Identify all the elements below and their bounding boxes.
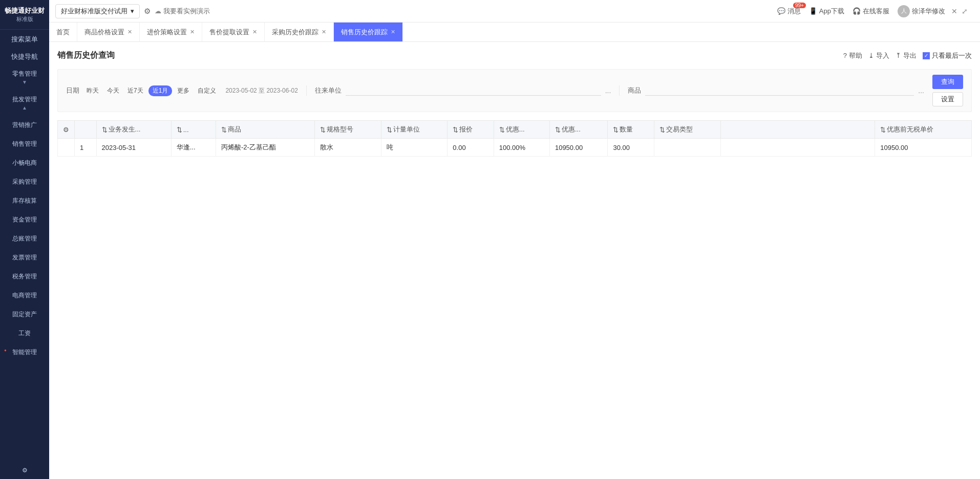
sidebar-item-smart[interactable]: 智能管理	[0, 343, 49, 362]
sidebar-item-tax[interactable]: 税务管理	[0, 267, 49, 286]
gear-icon: ⚙	[22, 467, 28, 474]
sidebar-item-label-ecommerce-small: 小畅电商	[12, 159, 37, 167]
client-dots[interactable]: ...	[605, 86, 611, 95]
date-btn-more[interactable]: 更多	[174, 85, 193, 96]
sidebar-item-sales[interactable]: 销售管理	[0, 135, 49, 154]
company-name: 好业财标准版交付试用	[61, 7, 127, 16]
th-product[interactable]: ⇅ 商品	[216, 121, 314, 139]
th-price[interactable]: ⇅ 报价	[448, 121, 494, 139]
sidebar-item-salary[interactable]: 工资	[0, 324, 49, 343]
th-quantity[interactable]: ⇅ 数量	[608, 121, 654, 139]
sidebar-item-finance[interactable]: 资金管理	[0, 210, 49, 229]
th-discount-rate[interactable]: ⇅ 优惠...	[494, 121, 549, 139]
sidebar-item-ecommerce-small[interactable]: 小畅电商	[0, 154, 49, 172]
th-pretax-price[interactable]: ⇅ 优惠前无税单价	[875, 121, 972, 139]
date-buttons: 昨天 今天 近7天 近1月 更多 自定义	[83, 85, 219, 96]
th-more-col-label: ...	[183, 126, 189, 134]
tab-price-extract[interactable]: 售价提取设置 ✕	[202, 23, 265, 42]
maximize-icon[interactable]: ⤢	[962, 7, 968, 15]
sidebar-settings[interactable]: ⚙	[0, 462, 49, 479]
topbar-gear-icon[interactable]: ⚙	[144, 7, 151, 16]
sidebar-item-label-ecommerce: 电商管理	[12, 291, 37, 300]
tab-label-price-extract: 售价提取设置	[209, 28, 249, 37]
only-last-checkbox[interactable]: 只看最后一次	[923, 51, 972, 60]
th-product-label: 商品	[228, 125, 241, 134]
td-quantity: 30.00	[608, 139, 654, 157]
client-input[interactable]	[346, 85, 601, 96]
sidebar-item-inventory[interactable]: 库存核算	[0, 191, 49, 210]
sidebar-item-ecommerce[interactable]: 电商管理	[0, 286, 49, 305]
th-gear[interactable]: ⚙	[58, 121, 75, 139]
sidebar-item-fixed-assets[interactable]: 固定资产	[0, 305, 49, 324]
cloud-icon: ☁	[155, 7, 161, 15]
sidebar-item-general-ledger[interactable]: 总账管理	[0, 229, 49, 248]
th-pretax-price-label: 优惠前无税单价	[887, 125, 933, 134]
th-more-col[interactable]: ⇅ ...	[171, 121, 216, 139]
sidebar-item-purchase[interactable]: 采购管理	[0, 172, 49, 191]
tab-close-price-extract[interactable]: ✕	[252, 29, 257, 35]
sort-icon-unit: ⇅	[387, 126, 392, 134]
product-input[interactable]	[645, 85, 914, 96]
sort-icon-discount-amt: ⇅	[555, 126, 561, 134]
sidebar: 畅捷通好业财 标准版 搜索菜单 快捷导航 零售管理 ▼ 批发管理 ▲ 营销推广 …	[0, 0, 49, 479]
td-discount-rate: 100.00%	[494, 139, 549, 157]
sidebar-item-label-invoice: 发票管理	[12, 253, 37, 262]
date-btn-last7[interactable]: 近7天	[124, 85, 146, 96]
sidebar-item-label-purchase: 采购管理	[12, 178, 37, 186]
page-title: 销售历史价查询	[57, 50, 115, 61]
sidebar-item-wholesale[interactable]: 批发管理 ▲	[0, 90, 49, 116]
tab-close-purchase-history[interactable]: ✕	[322, 29, 326, 35]
th-trade-type[interactable]: ⇅ 交易类型	[654, 121, 720, 139]
setting-btn[interactable]: 设置	[932, 92, 963, 106]
sidebar-item-retail[interactable]: 零售管理 ▼	[0, 64, 49, 90]
app-name-line2: 标准版	[4, 15, 45, 23]
date-btn-last1month[interactable]: 近1月	[148, 85, 173, 96]
th-business-date[interactable]: ⇅ 业务发生...	[96, 121, 171, 139]
user-name: 徐泽华修改	[912, 7, 945, 16]
sidebar-item-invoice[interactable]: 发票管理	[0, 248, 49, 267]
tab-sales-history[interactable]: 销售历史价跟踪 ✕	[334, 23, 403, 42]
user-menu[interactable]: 人 徐泽华修改	[898, 5, 945, 17]
tab-label-purchase-history: 采购历史价跟踪	[272, 28, 318, 37]
help-label: 帮助	[849, 51, 862, 60]
sidebar-quicknav[interactable]: 快捷导航	[0, 49, 49, 64]
sidebar-item-marketing[interactable]: 营销推广	[0, 116, 49, 135]
tab-close-sales-history[interactable]: ✕	[391, 29, 395, 35]
query-buttons: 查询 设置	[932, 75, 963, 106]
message-btn[interactable]: 💬 消息 99+	[777, 7, 801, 16]
sidebar-search[interactable]: 搜索菜单	[0, 30, 49, 49]
tab-home[interactable]: 首页	[49, 23, 77, 42]
company-selector[interactable]: 好业财标准版交付试用 ▾	[55, 4, 140, 18]
query-btn[interactable]: 查询	[932, 75, 963, 89]
customer-service-btn[interactable]: 🎧 在线客服	[853, 7, 889, 16]
import-label: 导入	[876, 51, 889, 60]
date-btn-custom[interactable]: 自定义	[195, 85, 219, 96]
tab-label-home: 首页	[56, 28, 70, 37]
product-dots[interactable]: ...	[918, 86, 924, 95]
import-btn[interactable]: ⤓ 导入	[868, 51, 889, 60]
sidebar-item-label-retail: 零售管理	[12, 70, 37, 78]
topbar-right: 💬 消息 99+ 📱 App下载 🎧 在线客服 人 徐泽华修改	[777, 5, 945, 17]
date-btn-yesterday[interactable]: 昨天	[83, 85, 102, 96]
help-btn[interactable]: ? 帮助	[843, 51, 862, 60]
tabbar: 首页 商品价格设置 ✕ 进价策略设置 ✕ 售价提取设置 ✕ 采购历史价跟踪 ✕ …	[49, 23, 980, 42]
app-download-btn[interactable]: 📱 App下载	[809, 7, 844, 16]
only-last-label: 只看最后一次	[932, 51, 972, 60]
sidebar-item-label-tax: 税务管理	[12, 272, 37, 281]
th-discount-amt[interactable]: ⇅ 优惠...	[549, 121, 607, 139]
close-icon[interactable]: ✕	[951, 7, 957, 15]
tab-purchase-history[interactable]: 采购历史价跟踪 ✕	[265, 23, 334, 42]
th-unit[interactable]: ⇅ 计量单位	[381, 121, 448, 139]
export-btn[interactable]: ⤒ 导出	[896, 51, 917, 60]
tab-price-strategy[interactable]: 进价策略设置 ✕	[140, 23, 202, 42]
demo-btn[interactable]: ☁ 我要看实例演示	[155, 7, 210, 16]
tab-close-product-price[interactable]: ✕	[127, 29, 132, 35]
td-business-date: 2023-05-31	[96, 139, 171, 157]
sort-icon-spec: ⇅	[320, 126, 326, 134]
tab-close-price-strategy[interactable]: ✕	[190, 29, 195, 35]
topbar: 好业财标准版交付试用 ▾ ⚙ ☁ 我要看实例演示 💬 消息 99+ 📱 App下…	[49, 0, 980, 23]
date-btn-today[interactable]: 今天	[104, 85, 122, 96]
tab-product-price[interactable]: 商品价格设置 ✕	[77, 23, 140, 42]
th-discount-rate-label: 优惠...	[506, 125, 525, 134]
th-spec[interactable]: ⇅ 规格型号	[314, 121, 381, 139]
